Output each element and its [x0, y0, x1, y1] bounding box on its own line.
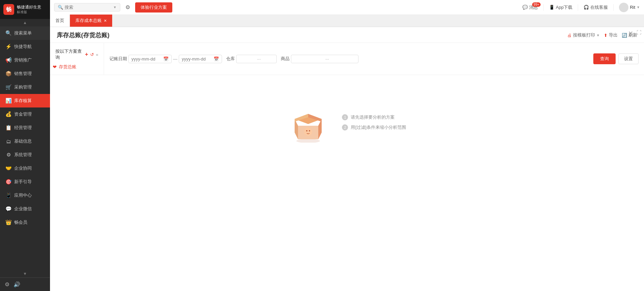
- cooperation-icon: 🤝: [5, 165, 11, 171]
- reset-schema-button[interactable]: ↺: [90, 52, 94, 57]
- user-profile-button[interactable]: Rit ▼: [619, 3, 640, 12]
- sidebar-item-member[interactable]: 👑 畅会员: [0, 216, 50, 229]
- product-more-icon[interactable]: ···: [325, 56, 355, 62]
- sales-icon: 📦: [5, 71, 11, 77]
- tab-home[interactable]: 首页: [50, 15, 70, 27]
- sidebar-item-apps[interactable]: 📱 应用中心: [0, 189, 50, 202]
- sidebar-item-inventory[interactable]: 📊 库存核算: [0, 94, 50, 107]
- filter-actions: 查询 设置: [593, 53, 639, 64]
- settings-button[interactable]: 设置: [618, 53, 639, 64]
- sidebar-item-marketing[interactable]: 📢 营销推广: [0, 53, 50, 67]
- member-icon: 👑: [5, 219, 11, 225]
- date-end-field[interactable]: [182, 56, 212, 62]
- topbar-divider3: [613, 4, 614, 11]
- panel-close-button[interactable]: ✕: [628, 30, 633, 37]
- heart-icon: ❤: [53, 64, 57, 70]
- topbar-right-section: 💬 消息 99+ 📱 App下载 🎧 在线客服 Rit ▼: [522, 3, 640, 12]
- warehouse-select[interactable]: ···: [236, 55, 277, 63]
- sidebar-item-newuser[interactable]: 🎯 新手引导: [0, 175, 50, 189]
- calendar-start-icon[interactable]: 📅: [163, 56, 169, 62]
- settings-bottom-icon[interactable]: ⚙: [5, 281, 9, 288]
- tab-inventory-ledger[interactable]: 库存成本总账 ✕: [70, 15, 112, 27]
- user-dropdown-icon[interactable]: ▼: [637, 5, 640, 9]
- phone-icon: 📱: [549, 5, 554, 10]
- page-header: 库存总账(存货总账) 🖨 按模板打印 ▼ ⬆ 导出 🔄 刷新 ✕ ⛶: [50, 27, 644, 43]
- app-download-button[interactable]: 📱 App下载: [549, 4, 572, 10]
- page-content: 库存总账(存货总账) 🖨 按模板打印 ▼ ⬆ 导出 🔄 刷新 ✕ ⛶: [50, 27, 644, 291]
- warehouse-more-icon[interactable]: ···: [257, 56, 273, 62]
- warehouse-label: 仓库: [226, 56, 235, 62]
- search-input[interactable]: [65, 5, 112, 10]
- wechat-icon: 💬: [5, 206, 11, 212]
- empty-state-content: 1 请先选择要分析的方案 2 用[过滤]条件来缩小分析范围: [288, 102, 406, 143]
- messages-button[interactable]: 💬 消息 99+: [522, 4, 538, 10]
- date-start-input[interactable]: 📅: [128, 55, 172, 63]
- product-select[interactable]: ···: [291, 55, 358, 63]
- message-icon: 💬: [522, 5, 528, 10]
- svg-point-7: [304, 128, 312, 136]
- refresh-icon: 🔄: [622, 33, 627, 38]
- apps-icon: 📱: [5, 192, 11, 198]
- sidebar-item-sales[interactable]: 📦 销售管理: [0, 67, 50, 80]
- svg-marker-4: [295, 119, 298, 139]
- date-start-field[interactable]: [131, 56, 162, 62]
- tabs-bar: 首页 库存成本总账 ✕: [50, 15, 644, 27]
- export-icon: ⬆: [604, 33, 608, 38]
- panel-resize-button[interactable]: ⛶: [637, 30, 641, 35]
- schema-item-inventory-ledger[interactable]: ❤ 存货总账: [50, 63, 104, 71]
- add-schema-button[interactable]: +: [85, 51, 88, 57]
- sidebar-item-shortcut[interactable]: ⚡ 快捷导航: [0, 40, 50, 53]
- system-icon: ⚙: [5, 152, 11, 158]
- tab-close-icon[interactable]: ✕: [104, 19, 107, 23]
- sidebar-item-search[interactable]: 🔍 搜索菜单: [0, 26, 50, 40]
- finance-icon: 💰: [5, 111, 11, 117]
- marketing-icon: 📢: [5, 57, 11, 63]
- svg-point-9: [309, 130, 310, 131]
- logo-text: 畅捷通好生意 标准版: [17, 5, 41, 15]
- svg-marker-3: [318, 119, 322, 139]
- username-label: Rit: [630, 5, 635, 10]
- print-button[interactable]: 🖨 按模板打印 ▼: [567, 32, 600, 38]
- tip-num-1: 1: [342, 114, 348, 120]
- page-title: 库存总账(存货总账): [57, 31, 109, 39]
- app-logo: 畅 畅捷通好生意 标准版: [0, 0, 50, 19]
- sidebar-scroll-down[interactable]: ▼: [0, 270, 50, 277]
- sidebar-item-operation[interactable]: 📋 经营管理: [0, 121, 50, 135]
- date-separator: —: [173, 56, 177, 62]
- operation-icon: 📋: [5, 125, 11, 131]
- sidebar-item-purchase[interactable]: 🛒 采购管理: [0, 80, 50, 94]
- calendar-end-icon[interactable]: 📅: [214, 56, 219, 62]
- logo-icon: 畅: [3, 4, 14, 15]
- svg-point-8: [306, 130, 307, 131]
- export-button[interactable]: ⬆ 导出: [604, 32, 618, 38]
- industry-solution-button[interactable]: 体验行业方案: [135, 2, 172, 13]
- query-button[interactable]: 查询: [593, 53, 616, 64]
- empty-tips: 1 请先选择要分析的方案 2 用[过滤]条件来缩小分析范围: [342, 114, 406, 130]
- empty-illustration: [288, 102, 328, 143]
- date-filter-group: 记账日期 📅 — 📅: [109, 55, 222, 63]
- headset-icon: 🎧: [584, 5, 589, 10]
- inventory-icon: 📊: [5, 98, 11, 104]
- print-dropdown-icon[interactable]: ▼: [596, 33, 600, 37]
- search-dropdown-icon[interactable]: ▼: [113, 5, 117, 9]
- sidebar-item-basic[interactable]: 🗂 基础信息: [0, 135, 50, 148]
- purchase-icon: 🛒: [5, 84, 11, 90]
- topbar-search-box[interactable]: 🔍 ▼: [54, 3, 120, 11]
- collapse-schema-button[interactable]: «: [96, 52, 98, 57]
- date-label: 记账日期: [109, 56, 127, 62]
- sidebar-bottom: ⚙ 🔊: [0, 277, 50, 291]
- sidebar-item-finance[interactable]: 💰 资金管理: [0, 107, 50, 121]
- date-end-input[interactable]: 📅: [179, 55, 222, 63]
- product-filter-group: 商品 ···: [281, 55, 358, 63]
- empty-state: 1 请先选择要分析的方案 2 用[过滤]条件来缩小分析范围: [50, 75, 644, 170]
- sidebar-scroll-up[interactable]: ▲: [0, 19, 50, 26]
- speaker-bottom-icon[interactable]: 🔊: [14, 281, 20, 288]
- gear-button[interactable]: ⚙: [123, 3, 132, 12]
- sidebar-item-system[interactable]: ⚙ 系统管理: [0, 148, 50, 162]
- topbar: 🔍 ▼ ⚙ 体验行业方案 💬 消息 99+ 📱 App下载 🎧 在线客服: [50, 0, 644, 15]
- basic-icon: 🗂: [5, 139, 11, 144]
- online-service-button[interactable]: 🎧 在线客服: [584, 4, 608, 10]
- topbar-divider: [543, 4, 544, 11]
- sidebar-item-cooperation[interactable]: 🤝 企业协同: [0, 162, 50, 175]
- sidebar-item-wechat[interactable]: 💬 企业微信: [0, 202, 50, 216]
